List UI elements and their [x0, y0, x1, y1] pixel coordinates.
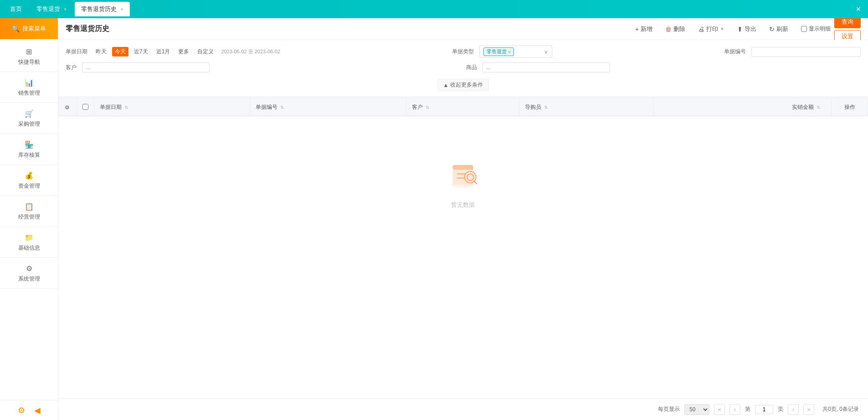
filter-row-2: 客户 商品 — [66, 62, 861, 72]
th-settings[interactable]: ⚙ — [58, 99, 77, 116]
sidebar-footer: ⚙ ◀ — [0, 400, 58, 420]
page-number-input[interactable] — [755, 405, 773, 414]
sidebar-item-label: 快捷导航 — [18, 58, 40, 66]
window-close-button[interactable]: × — [852, 5, 864, 14]
sidebar-search-button[interactable]: 🔍 搜索菜单 — [0, 18, 58, 39]
basic-info-icon: 📁 — [24, 232, 34, 242]
table-settings-icon[interactable]: ⚙ — [65, 104, 70, 111]
goods-input[interactable] — [483, 62, 610, 72]
th-date[interactable]: 单据日期 ⇅ — [94, 99, 250, 116]
page-title: 零售退货历史 — [66, 24, 109, 34]
customer-input[interactable] — [82, 62, 210, 72]
last-page-button[interactable]: » — [803, 404, 814, 415]
date-opt-more[interactable]: 更多 — [175, 47, 192, 56]
th-number[interactable]: 单据编号 ⇅ — [250, 99, 406, 116]
header-actions: + 新增 🗑 删除 🖨 打印 ▼ ⬆ 导出 — [632, 23, 831, 35]
show-detail-checkbox[interactable] — [801, 26, 807, 32]
sidebar-item-finance-mgmt[interactable]: 💰 资金管理 — [0, 165, 58, 196]
collapse-sidebar-icon[interactable]: ◀ — [34, 405, 41, 415]
show-detail-checkbox-label[interactable]: 显示明细 — [801, 25, 831, 33]
refresh-button[interactable]: ↻ 刷新 — [765, 23, 792, 35]
date-options: 昨天 今天 近7天 近1月 更多 自定义 2023-06-02 至 2023-0… — [93, 47, 280, 56]
th-customer[interactable]: 客户 ⇅ — [406, 99, 519, 116]
add-button[interactable]: + 新增 — [632, 23, 656, 35]
sort-icon: ⇅ — [544, 105, 548, 110]
select-all-checkbox[interactable] — [82, 104, 88, 110]
page-label: 第 — [745, 405, 750, 413]
main-layout: 🔍 搜索菜单 ⊞ 快捷导航 📊 销售管理 🛒 采购管理 🏪 库存核算 💰 — [0, 18, 868, 420]
print-icon: 🖨 — [698, 26, 704, 33]
th-amount[interactable]: 实销金额 ⇅ — [654, 99, 832, 116]
svg-line-7 — [474, 181, 477, 184]
finance-mgmt-icon: 💰 — [24, 170, 34, 180]
collapse-icon: ▲ — [443, 82, 449, 88]
sidebar-item-label: 销售管理 — [18, 89, 40, 97]
content-area: 零售退货历史 + 新增 🗑 删除 🖨 打印 ▼ — [58, 18, 868, 420]
sidebar-item-label: 系统管理 — [18, 275, 40, 283]
empty-text: 暂无数据 — [451, 201, 475, 209]
delete-button[interactable]: 🗑 删除 — [662, 23, 689, 35]
date-opt-last7[interactable]: 近7天 — [131, 47, 151, 56]
close-tab-retail-return[interactable]: × — [64, 6, 67, 12]
sidebar-item-sys-mgmt[interactable]: ⚙ 系统管理 — [0, 258, 58, 289]
type-tag-close[interactable]: × — [508, 49, 511, 55]
sort-icon: ⇅ — [280, 105, 284, 110]
top-bar: 首页 零售退货 × 零售退货历史 × × — [0, 0, 868, 18]
sidebar-search-label: 搜索菜单 — [22, 25, 46, 33]
date-label: 单据日期 — [66, 48, 87, 56]
print-button[interactable]: 🖨 打印 ▼ — [694, 23, 728, 35]
export-icon: ⬆ — [737, 26, 743, 33]
add-icon: + — [635, 26, 639, 33]
sidebar-item-inventory[interactable]: 🏪 库存核算 — [0, 134, 58, 165]
th-ops: 操作 — [832, 99, 868, 116]
collapse-filter-button[interactable]: ▲ 收起更多条件 — [437, 79, 489, 91]
sys-mgmt-icon: ⚙ — [24, 263, 34, 273]
sales-mgmt-icon: 📊 — [24, 77, 34, 87]
sidebar-item-operation-mgmt[interactable]: 📋 经营管理 — [0, 196, 58, 227]
export-button[interactable]: ⬆ 导出 — [734, 23, 760, 35]
query-button[interactable]: 查询 — [834, 18, 861, 28]
inventory-icon: 🏪 — [24, 139, 34, 149]
page-header: 零售退货历史 + 新增 🗑 删除 🖨 打印 ▼ — [58, 18, 868, 40]
empty-state: 暂无数据 — [58, 116, 868, 246]
page-size-label: 每页显示 — [658, 405, 680, 413]
sidebar-item-sales-mgmt[interactable]: 📊 销售管理 — [0, 72, 58, 103]
filter-area: 单据日期 昨天 今天 近7天 近1月 更多 自定义 2023-06-02 至 2… — [58, 40, 868, 97]
settings-footer-icon[interactable]: ⚙ — [18, 405, 25, 415]
table-wrapper: ⚙ 单据日期 ⇅ 单据编号 ⇅ — [58, 99, 868, 398]
date-range-text: 2023-06-02 至 2023-06-02 — [221, 48, 280, 55]
tab-retail-return[interactable]: 零售退货 × — [30, 2, 73, 16]
sidebar-item-label: 采购管理 — [18, 120, 40, 128]
tab-home[interactable]: 首页 — [4, 2, 28, 16]
refresh-icon: ↻ — [769, 26, 775, 33]
date-opt-yesterday[interactable]: 昨天 — [93, 47, 109, 56]
header-right-buttons: 查询 设置 — [834, 18, 861, 43]
sidebar-item-purchase-mgmt[interactable]: 🛒 采购管理 — [0, 103, 58, 134]
prev-page-button[interactable]: ‹ — [729, 404, 740, 415]
collapse-row: ▲ 收起更多条件 — [66, 77, 861, 93]
tab-retail-return-history[interactable]: 零售退货历史 × — [75, 2, 129, 16]
first-page-button[interactable]: « — [714, 404, 725, 415]
type-selector[interactable]: 零售退货 × ∨ — [479, 46, 552, 58]
type-label: 单据类型 — [452, 48, 474, 56]
th-checkbox[interactable] — [77, 99, 94, 116]
th-guide[interactable]: 导购员 ⇅ — [519, 99, 653, 116]
close-tab-retail-return-history[interactable]: × — [120, 6, 123, 12]
delete-icon: 🗑 — [665, 26, 672, 33]
page-size-select[interactable]: 50 20 100 — [684, 404, 709, 415]
sort-icon: ⇅ — [817, 105, 820, 110]
next-page-button[interactable]: › — [788, 404, 799, 415]
sidebar-item-basic-info[interactable]: 📁 基础信息 — [0, 227, 58, 258]
quick-nav-icon: ⊞ — [24, 46, 34, 56]
voucher-label: 单据编号 — [724, 48, 746, 56]
date-opt-custom[interactable]: 自定义 — [195, 47, 216, 56]
pagination-summary: 共0页, 0条记录 — [822, 405, 859, 413]
date-opt-last1m[interactable]: 近1月 — [154, 47, 173, 56]
type-chevron-icon: ∨ — [544, 49, 548, 55]
sidebar: 🔍 搜索菜单 ⊞ 快捷导航 📊 销售管理 🛒 采购管理 🏪 库存核算 💰 — [0, 18, 58, 420]
customer-label: 客户 — [66, 64, 77, 72]
date-opt-today[interactable]: 今天 — [112, 47, 128, 56]
voucher-number-input[interactable] — [751, 47, 861, 57]
table-head: ⚙ 单据日期 ⇅ 单据编号 ⇅ — [58, 99, 868, 116]
sidebar-item-quick-nav[interactable]: ⊞ 快捷导航 — [0, 41, 58, 72]
